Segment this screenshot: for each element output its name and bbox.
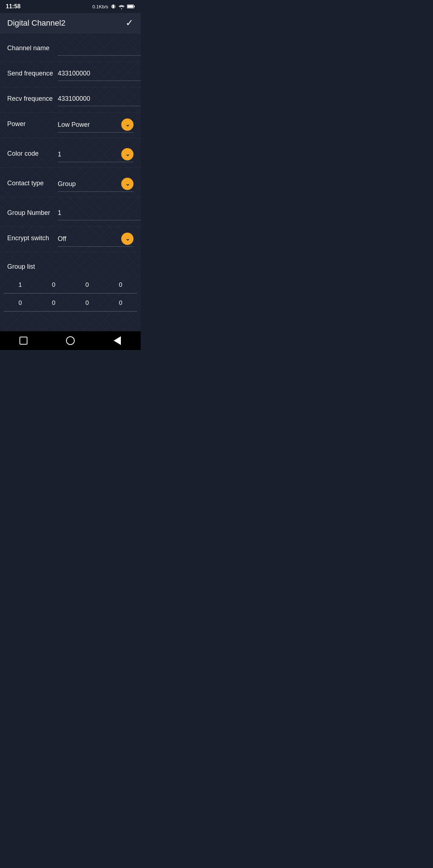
square-nav-icon [19,337,27,345]
group-number-row: Group Number [0,202,141,227]
contact-type-dropdown-wrapper[interactable]: Group ⌄ [58,178,134,192]
power-dropdown-button[interactable]: ⌄ [121,118,134,131]
encrypt-switch-dropdown-wrapper[interactable]: Off ⌄ [58,233,134,247]
navigation-bar [0,331,141,350]
power-chevron-icon: ⌄ [125,122,130,128]
contact-type-value: Group [58,180,119,188]
group-cell-2-3[interactable]: 0 [71,295,104,311]
group-number-input-wrapper[interactable] [58,207,141,220]
color-code-value: 1 [58,151,119,158]
encrypt-switch-value: Off [58,235,119,243]
status-time: 11:58 [6,3,21,10]
send-frequence-row: Send frequence [0,62,141,87]
contact-type-dropdown-button[interactable]: ⌄ [121,178,134,190]
color-code-chevron-icon: ⌄ [125,151,130,157]
confirm-button[interactable]: ✓ [126,17,134,29]
contact-type-row: Contact type Group ⌄ [0,172,141,197]
group-cell-1-3[interactable]: 0 [71,277,104,293]
svg-rect-5 [134,6,135,8]
group-list-row-1: 1 0 0 0 [4,277,137,294]
send-frequence-input-wrapper[interactable] [58,68,141,81]
channel-name-label: Channel name [7,43,58,52]
encrypt-switch-label: Encrypt switch [7,233,58,242]
nav-recents-button[interactable] [18,336,29,346]
recv-frequence-row: Recv frequence [0,87,141,113]
svg-rect-0 [112,5,114,9]
status-bar: 11:58 0.1Kb/s [0,0,141,13]
vibrate-icon [110,4,116,9]
form-content: Channel name Send frequence Recv frequen… [0,33,141,331]
power-row: Power Low Power ⌄ [0,113,141,138]
group-cell-2-4[interactable]: 0 [104,295,137,311]
group-cell-1-1[interactable]: 1 [4,277,37,293]
nav-back-button[interactable] [112,336,122,346]
page-title: Digital Channel2 [7,18,65,28]
status-icons: 0.1Kb/s [92,4,135,9]
recv-frequence-input[interactable] [58,95,141,103]
svg-rect-1 [111,5,112,8]
title-bar: Digital Channel2 ✓ [0,13,141,33]
battery-icon [127,4,135,9]
recv-frequence-label: Recv frequence [7,93,58,103]
color-code-dropdown-button[interactable]: ⌄ [121,148,134,160]
group-list-grid: 1 0 0 0 0 0 0 0 [0,273,141,317]
channel-name-input[interactable] [58,44,141,52]
power-label: Power [7,118,58,128]
group-cell-1-4[interactable]: 0 [104,277,137,293]
color-code-dropdown-wrapper[interactable]: 1 ⌄ [58,148,134,162]
group-number-label: Group Number [7,207,58,217]
contact-type-chevron-icon: ⌄ [125,181,130,187]
svg-rect-2 [115,5,115,8]
speed-indicator: 0.1Kb/s [92,4,108,9]
power-value: Low Power [58,121,119,129]
send-frequence-input[interactable] [58,70,141,77]
channel-name-input-wrapper[interactable] [58,43,141,56]
back-nav-icon [114,336,121,345]
group-list-label: Group list [0,256,141,273]
encrypt-switch-chevron-icon: ⌄ [125,236,130,242]
nav-home-button[interactable] [65,336,75,346]
group-cell-1-2[interactable]: 0 [37,277,71,293]
group-cell-2-1[interactable]: 0 [4,295,37,311]
power-dropdown-wrapper[interactable]: Low Power ⌄ [58,118,134,133]
group-cell-2-2[interactable]: 0 [37,295,71,311]
color-code-label: Color code [7,148,58,158]
circle-nav-icon [66,336,75,345]
encrypt-switch-row: Encrypt switch Off ⌄ [0,227,141,252]
color-code-row: Color code 1 ⌄ [0,142,141,168]
channel-name-row: Channel name [0,37,141,62]
contact-type-label: Contact type [7,178,58,187]
group-number-input[interactable] [58,209,141,217]
wifi-icon [118,4,125,9]
encrypt-switch-dropdown-button[interactable]: ⌄ [121,233,134,245]
send-frequence-label: Send frequence [7,68,58,78]
recv-frequence-input-wrapper[interactable] [58,93,141,106]
svg-rect-4 [127,5,133,8]
group-list-row-2: 0 0 0 0 [4,295,137,312]
